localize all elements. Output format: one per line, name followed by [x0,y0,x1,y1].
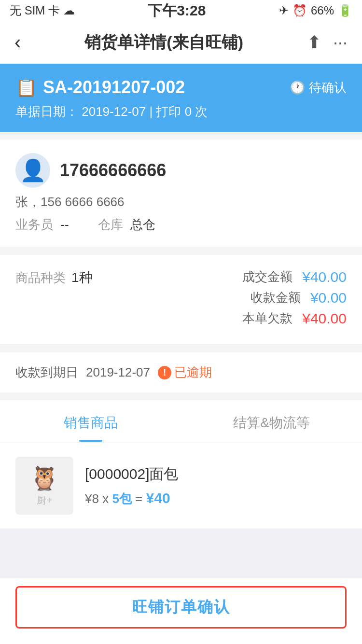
battery-icon: 🔋 [338,4,352,17]
status-right: ✈ ⏰ 66% 🔋 [279,4,352,17]
order-date: 单据日期： 2019-12-07 | 打印 0 次 [15,103,347,120]
share-button[interactable]: ⬆ [307,32,321,53]
customer-phone: 17666666666 [60,160,166,181]
no-sim-text: 无 SIM 卡 ☁ [10,3,75,18]
product-info: [0000002]面包 ¥8 x 5包 = ¥40 [85,464,347,507]
confirm-order-button[interactable]: 旺铺订单确认 [15,586,347,629]
product-name: [0000002]面包 [85,464,347,484]
nav-bar: ‹ 销货单详情(来自旺铺) ⬆ ··· [0,21,362,64]
location-icon: ✈ [279,4,289,17]
owing-amount-row: 本单欠款 ¥40.00 [242,310,347,327]
product-thumb-icon: 🦉 [30,465,59,492]
multiply-sign: x [102,491,112,506]
tab-products[interactable]: 销售商品 [0,400,181,442]
status-bar: 无 SIM 卡 ☁ 下午3:28 ✈ ⏰ 66% 🔋 [0,0,362,21]
bottom-bar: 旺铺订单确认 [0,578,362,644]
overdue-text: 已逾期 [174,364,212,381]
unit-price: ¥8 [85,491,99,506]
owing-amount: ¥40.00 [302,310,347,327]
due-date-value: 2019-12-07 [86,365,150,380]
order-id: 📋 SA-20191207-002 [15,77,185,98]
overdue-badge: ! 已逾期 [158,364,212,381]
product-price-row: ¥8 x 5包 = ¥40 [85,490,347,507]
product-list: 🦉 厨+ [0000002]面包 ¥8 x 5包 = ¥40 [0,443,362,529]
equals-sign: = [135,491,146,506]
alarm-icon: ⏰ [292,4,307,17]
status-left: 无 SIM 卡 ☁ [10,3,75,18]
summary-card: 商品种类 1种 成交金额 ¥40.00 收款金额 ¥0.00 本单欠款 ¥40.… [0,255,362,345]
more-button[interactable]: ··· [333,32,348,53]
total-price: ¥40 [146,490,170,506]
due-date-label: 收款到期日 [15,364,78,381]
order-status: 🕐 待确认 [290,79,347,96]
avatar-icon: 👤 [20,158,46,183]
payment-amount: ¥0.00 [310,290,347,306]
sales-info: 业务员 -- [15,216,69,233]
tabs: 销售商品 结算&物流等 [0,400,362,442]
amounts: 成交金额 ¥40.00 收款金额 ¥0.00 本单欠款 ¥40.00 [242,268,347,331]
product-thumb-label: 厨+ [37,494,52,507]
avatar: 👤 [15,153,50,188]
back-button[interactable]: ‹ [14,31,21,53]
payment-amount-row: 收款金额 ¥0.00 [242,289,347,306]
status-time: 下午3:28 [148,1,206,21]
product-type: 商品种类 1种 [15,268,93,287]
customer-meta: 业务员 -- 仓库 总仓 [15,216,347,233]
product-thumbnail: 🦉 厨+ [15,457,73,515]
warehouse-info: 仓库 总仓 [98,216,155,233]
tab-settlement[interactable]: 结算&物流等 [181,400,362,442]
battery-text: 66% [311,4,334,17]
overdue-warning-icon: ! [158,366,171,379]
transaction-amount: ¥40.00 [302,269,347,285]
customer-name: 张，156 6666 6666 [15,194,347,210]
transaction-amount-row: 成交金额 ¥40.00 [242,268,347,285]
due-date-card: 收款到期日 2019-12-07 ! 已逾期 [0,352,362,392]
page-title: 销货单详情(来自旺铺) [84,31,243,54]
quantity: 5包 [112,491,131,506]
order-icon: 📋 [15,77,37,98]
nav-actions: ⬆ ··· [307,32,348,53]
clock-icon: 🕐 [290,80,305,95]
order-header: 📋 SA-20191207-002 🕐 待确认 单据日期： 2019-12-07… [0,64,362,132]
customer-card: 👤 17666666666 张，156 6666 6666 业务员 -- 仓库 … [0,140,362,247]
product-item: 🦉 厨+ [0000002]面包 ¥8 x 5包 = ¥40 [0,443,362,529]
